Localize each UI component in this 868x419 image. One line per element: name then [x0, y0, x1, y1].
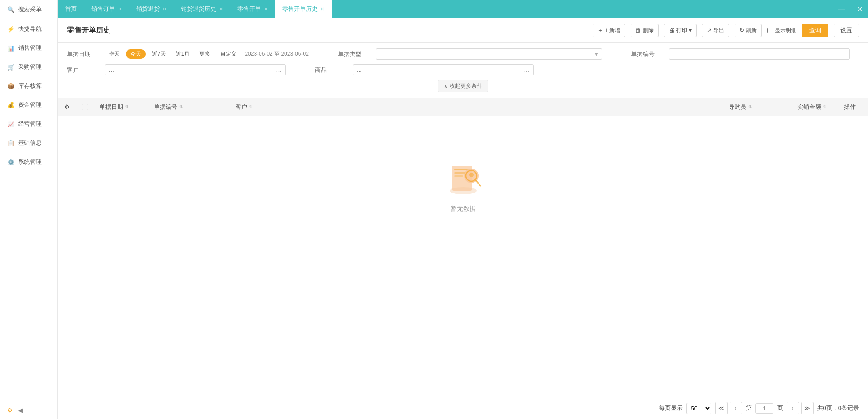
date-last-month[interactable]: 近1月 [172, 49, 194, 59]
th-customer[interactable]: 客户 ⇅ [230, 103, 723, 111]
export-icon: ↗ [707, 27, 711, 33]
date-more[interactable]: 更多 [196, 49, 214, 59]
date-yesterday[interactable]: 昨天 [105, 49, 123, 59]
display-detail-checkbox[interactable] [767, 28, 773, 33]
first-page-btn[interactable]: ≪ [715, 402, 728, 414]
finance-icon: 💰 [7, 102, 14, 108]
sales-mgmt-icon: 📊 [7, 45, 14, 52]
empty-icon-svg [441, 152, 486, 198]
sidebar-footer: ⚙ ◀ [0, 401, 57, 419]
goods-more-icon[interactable]: … [524, 66, 530, 73]
quick-nav-icon: ⚡ [7, 26, 14, 33]
goods-input[interactable] [357, 66, 524, 73]
th-settings[interactable]: ⚙ [58, 104, 76, 110]
minimize-btn[interactable]: — [838, 5, 845, 13]
tab-retail-history[interactable]: 零售开单历史 ✕ [275, 0, 332, 18]
sidebar-item-label: 基础信息 [18, 139, 42, 147]
sidebar-item-purchase-mgmt[interactable]: 🛒 采购管理 [0, 57, 57, 76]
bill-type-select-wrap[interactable]: ▾ [376, 48, 602, 60]
prev-page-icon: ‹ [735, 405, 737, 411]
query-button[interactable]: 查询 [802, 24, 828, 37]
th-customer-label: 客户 [235, 103, 247, 111]
export-label: 导出 [713, 27, 724, 34]
th-billno-sort-icon: ⇅ [179, 104, 183, 109]
sidebar-item-basic-info[interactable]: 📋 基础信息 [0, 133, 57, 152]
th-guide[interactable]: 导购员 ⇅ [723, 103, 778, 111]
filter-row-2: 客户 … 商品 … [67, 64, 859, 75]
tab-home[interactable]: 首页 [58, 0, 84, 18]
refresh-icon: ↻ [740, 27, 744, 33]
print-button[interactable]: 🖨 打印 ▾ [664, 24, 697, 37]
collapse-filter-btn[interactable]: ∧ 收起更多条件 [438, 80, 488, 92]
date-filter-label: 单据日期 [67, 50, 94, 58]
refresh-button[interactable]: ↻ 刷新 [735, 24, 762, 37]
delete-button[interactable]: 🗑 删除 [631, 24, 659, 37]
th-date[interactable]: 单据日期 ⇅ [94, 103, 148, 111]
bill-type-label: 单据类型 [338, 50, 365, 58]
collapse-sidebar-icon[interactable]: ◀ [18, 407, 23, 414]
customer-input[interactable] [109, 66, 276, 73]
pagination: 每页显示 10 20 50 100 ≪ ‹ 第 1 页 › ≫ 共0页，0条记录 [58, 397, 868, 419]
sidebar-item-system[interactable]: ⚙️ 系统管理 [0, 152, 57, 171]
tab-return-history-close[interactable]: ✕ [219, 6, 223, 12]
date-custom[interactable]: 自定义 [217, 49, 240, 59]
page-word: 第 [744, 404, 754, 412]
sidebar-item-quick-nav[interactable]: ⚡ 快捷导航 [0, 19, 57, 38]
sidebar-item-operations[interactable]: 📈 经营管理 [0, 114, 57, 133]
close-btn[interactable]: ✕ [857, 5, 863, 14]
tab-retail-open[interactable]: 零售开单 ✕ [230, 0, 275, 18]
tab-sales-return[interactable]: 销货退货 ✕ [129, 0, 174, 18]
svg-point-8 [469, 173, 474, 177]
customer-input-wrap: … [105, 64, 286, 75]
sidebar-item-inventory[interactable]: 📦 库存核算 [0, 76, 57, 95]
last-page-btn[interactable]: ≫ [801, 402, 814, 414]
next-page-btn[interactable]: › [787, 402, 799, 414]
th-check[interactable] [76, 104, 94, 110]
tab-home-label: 首页 [65, 5, 77, 13]
th-checkbox[interactable] [82, 104, 88, 110]
first-page-icon: ≪ [718, 405, 724, 411]
date-today[interactable]: 今天 [126, 49, 146, 59]
customer-more-icon[interactable]: … [276, 66, 282, 73]
tab-sales-order[interactable]: 销售订单 ✕ [84, 0, 129, 18]
th-action: 操作 [832, 103, 868, 111]
tab-retail-history-close[interactable]: ✕ [320, 6, 324, 12]
setting-button[interactable]: 设置 [834, 24, 859, 37]
filter-area: 单据日期 昨天 今天 近7天 近1月 更多 自定义 2023-06-02 至 2… [58, 43, 868, 98]
th-amount[interactable]: 实销金额 ⇅ [778, 103, 832, 111]
settings-gear-icon[interactable]: ⚙ [64, 104, 70, 110]
export-button[interactable]: ↗ 导出 [702, 24, 729, 37]
display-detail-toggle[interactable]: 显示明细 [767, 27, 797, 34]
tab-sales-return-close[interactable]: ✕ [162, 6, 166, 12]
print-icon: 🖨 [669, 27, 674, 33]
settings-icon[interactable]: ⚙ [7, 407, 13, 414]
window-actions: — □ ✕ [832, 5, 868, 14]
date-last7[interactable]: 近7天 [148, 49, 170, 59]
table-wrap: ⚙ 单据日期 ⇅ 单据编号 ⇅ 客户 ⇅ 导购员 [58, 98, 868, 249]
sidebar-item-sales-mgmt[interactable]: 📊 销售管理 [0, 38, 57, 57]
tab-return-history[interactable]: 销货退货历史 ✕ [174, 0, 230, 18]
page-input[interactable]: 1 [755, 403, 773, 414]
svg-rect-4 [454, 175, 463, 177]
add-button[interactable]: ＋ + 新增 [593, 24, 625, 37]
page-size-select[interactable]: 10 20 50 100 [686, 403, 711, 414]
bill-no-input-wrap [669, 48, 850, 60]
tab-sales-order-close[interactable]: ✕ [118, 6, 122, 12]
system-icon: ⚙️ [7, 159, 14, 165]
collapse-label: 收起更多条件 [450, 82, 482, 90]
th-billno[interactable]: 单据编号 ⇅ [148, 103, 230, 111]
page-size-label: 每页显示 [659, 404, 683, 412]
add-label: + 新增 [605, 27, 620, 34]
bill-no-input[interactable] [673, 51, 846, 57]
prev-page-btn[interactable]: ‹ [730, 402, 742, 414]
tab-retail-open-close[interactable]: ✕ [264, 6, 268, 12]
sidebar-item-label: 采购管理 [18, 63, 42, 71]
table-area: ⚙ 单据日期 ⇅ 单据编号 ⇅ 客户 ⇅ 导购员 [58, 98, 868, 397]
filter-row-1: 单据日期 昨天 今天 近7天 近1月 更多 自定义 2023-06-02 至 2… [67, 48, 859, 60]
sidebar-search-btn[interactable]: 🔍 搜索采单 [0, 0, 57, 19]
sidebar-item-finance[interactable]: 💰 资金管理 [0, 95, 57, 114]
maximize-btn[interactable]: □ [849, 5, 853, 13]
goods-input-wrap: … [353, 64, 534, 75]
header-actions: ＋ + 新增 🗑 删除 🖨 打印 ▾ ↗ 导出 ↻ 刷新 显示 [593, 24, 859, 37]
tab-return-history-label: 销货退货历史 [181, 5, 216, 13]
